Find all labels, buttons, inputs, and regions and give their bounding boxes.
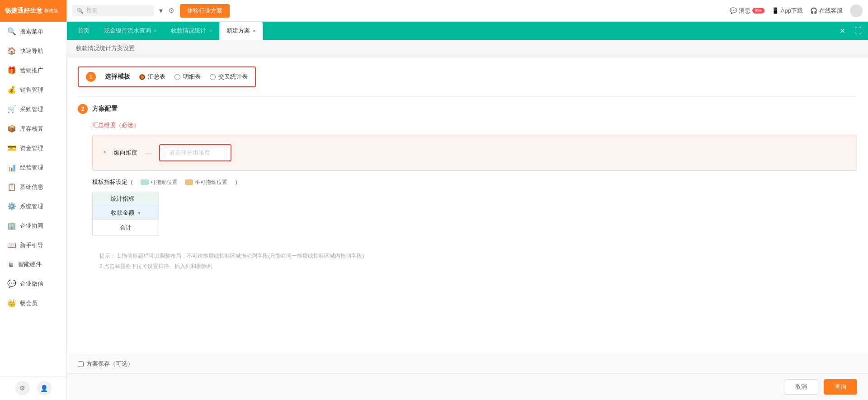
sidebar-item-smart-hw[interactable]: 🖥智能硬件 xyxy=(0,255,66,274)
step2-number: 2 xyxy=(78,104,88,114)
page-footer: 取消 查询 xyxy=(67,373,868,400)
dimension-row: * 纵向维度 — 请选择分组维度 xyxy=(104,144,846,161)
sidebar-item-newbie[interactable]: 📖新手引导 xyxy=(0,235,66,255)
save-checkbox-label[interactable]: 方案保存（可选） xyxy=(78,360,857,368)
radio-detail-input[interactable] xyxy=(175,74,180,80)
cancel-button[interactable]: 取消 xyxy=(784,379,818,395)
tip-line-2: 2.点击标题栏下拉可设置排序、插入列和删除列 xyxy=(99,263,850,270)
sidebar-item-inventory[interactable]: 📦库存核算 xyxy=(0,119,66,138)
tip-line-1: 提示： 1.拖动标题栏可以调整布局，不可跨维度或指标区域拖动列字段(只能在同一维… xyxy=(99,252,850,260)
radio-detail[interactable]: 明细表 xyxy=(175,73,201,81)
service-icon: 🎧 xyxy=(810,7,817,14)
save-label: 方案保存（可选） xyxy=(86,360,133,368)
industry-btn[interactable]: 体验行业方案 xyxy=(180,4,230,18)
sidebar-label-inventory: 库存核算 xyxy=(20,125,43,133)
maximize-icon[interactable]: ⛶ xyxy=(852,26,864,36)
app-download-btn[interactable]: 📱 App下载 xyxy=(772,7,803,15)
sidebar-icon-basic-info: 📋 xyxy=(7,183,16,191)
sidebar-icon-marketing: 🎁 xyxy=(7,66,16,75)
radio-summary[interactable]: 汇总表 xyxy=(139,73,165,81)
tab-close-new-plan[interactable]: × xyxy=(253,28,255,33)
indicator-close-paren: ） xyxy=(235,178,241,186)
sidebar-label-smart-hw: 智能硬件 xyxy=(18,260,42,268)
search-text: 搜索 xyxy=(86,7,97,14)
no-drag-icon xyxy=(185,179,193,185)
indicator-settings: 模板指标设定（ 可拖动位置 不可拖动位置 ） xyxy=(92,178,857,236)
save-checkbox-input[interactable] xyxy=(78,361,84,367)
sidebar-settings-icon[interactable]: ⚙ xyxy=(15,381,30,395)
step1-title: 选择模板 xyxy=(105,73,130,81)
sidebar-item-finance[interactable]: 💳资金管理 xyxy=(0,138,66,158)
tab-new-plan[interactable]: 新建方案× xyxy=(219,22,263,40)
sidebar-item-purchase[interactable]: 🛒采购管理 xyxy=(0,99,66,119)
step1-header: 1 选择模板 汇总表 明细表 xyxy=(78,66,857,87)
sidebar-icon-newbie: 📖 xyxy=(7,241,16,249)
sidebar-label-marketing: 营销推广 xyxy=(20,66,43,75)
tab-close-bank-flow[interactable]: × xyxy=(154,28,156,33)
receipt-dropdown-icon[interactable]: ▾ xyxy=(138,210,141,216)
radio-summary-label: 汇总表 xyxy=(148,73,165,81)
radio-cross-label: 交叉统计表 xyxy=(218,73,248,81)
tab-label-new-plan: 新建方案 xyxy=(226,27,250,35)
sidebar-icon-inventory: 📦 xyxy=(7,124,16,133)
page-breadcrumb: 收款情况统计方案设置 xyxy=(67,40,868,57)
sidebar-icon-quick-nav: 🏠 xyxy=(7,47,16,55)
indicator-title-text: 模板指标设定（ xyxy=(92,178,133,186)
sidebar-item-operations[interactable]: 📊经营管理 xyxy=(0,158,66,177)
online-service-btn[interactable]: 🎧 在线客服 xyxy=(810,7,843,15)
sidebar-item-marketing[interactable]: 🎁营销推广 xyxy=(0,61,66,80)
receipt-amount-header[interactable]: 收款金额 ▾ xyxy=(93,206,159,220)
close-window-icon[interactable]: ✕ xyxy=(837,26,848,36)
indicator-header: 模板指标设定（ 可拖动位置 不可拖动位置 ） xyxy=(92,178,857,186)
select-dimension-dropdown[interactable]: 请选择分组维度 xyxy=(159,144,231,161)
tips-section: 提示： 1.拖动标题栏可以调整布局，不可跨维度或指标区域拖动列字段(只能在同一维… xyxy=(92,247,857,278)
sidebar-icon-search-menu: 🔍 xyxy=(7,27,16,36)
radio-cross-input[interactable] xyxy=(210,74,216,80)
total-label: 合计 xyxy=(120,224,132,231)
step2-header: 2 方案配置 xyxy=(78,104,857,114)
tab-home[interactable]: 首页 xyxy=(71,22,97,40)
message-btn[interactable]: 💬 消息 99+ xyxy=(730,7,764,15)
app-icon: 📱 xyxy=(772,7,779,14)
logo-sub: 标准版 xyxy=(44,8,58,14)
sidebar-item-basic-info[interactable]: 📋基础信息 xyxy=(0,177,66,197)
tab-bank-flow[interactable]: 现金银行流水查询× xyxy=(97,22,164,40)
sidebar-item-quick-nav[interactable]: 🏠快速导航 xyxy=(0,41,66,61)
sidebar-user-icon[interactable]: 👤 xyxy=(37,381,52,395)
sidebar-logo: 畅捷通好生意 标准版 xyxy=(0,0,66,22)
sidebar-item-search-menu[interactable]: 🔍搜索菜单 xyxy=(0,22,66,41)
sidebar-icon-sales: 💰 xyxy=(7,85,16,94)
logo-text: 畅捷通好生意 xyxy=(5,7,42,15)
topbar: 🔍 搜索 ▾ ⚙ 体验行业方案 💬 消息 99+ 📱 App下载 🎧 在线客服 xyxy=(67,0,868,22)
tab-receipt-stats[interactable]: 收款情况统计× xyxy=(164,22,219,40)
step1-number: 1 xyxy=(86,72,96,82)
template-select-box: 1 选择模板 汇总表 明细表 xyxy=(78,66,256,87)
dimension-area: * 纵向维度 — 请选择分组维度 xyxy=(92,135,857,171)
sidebar-bottom: ⚙ 👤 xyxy=(0,376,66,400)
topbar-dropdown-icon[interactable]: ▾ xyxy=(159,6,163,15)
sidebar-label-enterprise: 企业协同 xyxy=(20,222,43,230)
tab-label-receipt-stats: 收款情况统计 xyxy=(171,27,206,35)
topbar-gear-icon[interactable]: ⚙ xyxy=(168,6,175,15)
radio-cross[interactable]: 交叉统计表 xyxy=(210,73,248,81)
no-drag-label: 不可拖动位置 xyxy=(195,179,227,186)
user-avatar[interactable] xyxy=(850,5,863,17)
sidebar-item-wechat[interactable]: 💬企业微信 xyxy=(0,274,66,293)
radio-summary-input[interactable] xyxy=(139,74,145,80)
dimension-label-text: 汇总维度（必选） xyxy=(92,122,139,128)
sidebar-item-system[interactable]: ⚙️系统管理 xyxy=(0,197,66,216)
sidebar-icon-finance: 💳 xyxy=(7,144,16,152)
sidebar-item-sales[interactable]: 💰销售管理 xyxy=(0,80,66,99)
sidebar-item-member[interactable]: 👑畅会员 xyxy=(0,293,66,313)
sidebar-item-enterprise[interactable]: 🏢企业协同 xyxy=(0,216,66,235)
topbar-search[interactable]: 🔍 搜索 xyxy=(72,5,154,16)
tab-close-receipt-stats[interactable]: × xyxy=(209,28,212,33)
sidebar-label-newbie: 新手引导 xyxy=(20,241,43,249)
query-button[interactable]: 查询 xyxy=(824,379,857,395)
message-badge: 99+ xyxy=(752,8,764,14)
receipt-amount-label: 收款金额 xyxy=(111,209,134,217)
sidebar-label-sales: 销售管理 xyxy=(20,86,43,94)
breadcrumb-text: 收款情况统计方案设置 xyxy=(76,45,135,52)
sidebar-icon-member: 👑 xyxy=(7,299,16,307)
tabbar: 首页现金银行流水查询×收款情况统计×新建方案× ✕ ⛶ xyxy=(67,22,868,40)
